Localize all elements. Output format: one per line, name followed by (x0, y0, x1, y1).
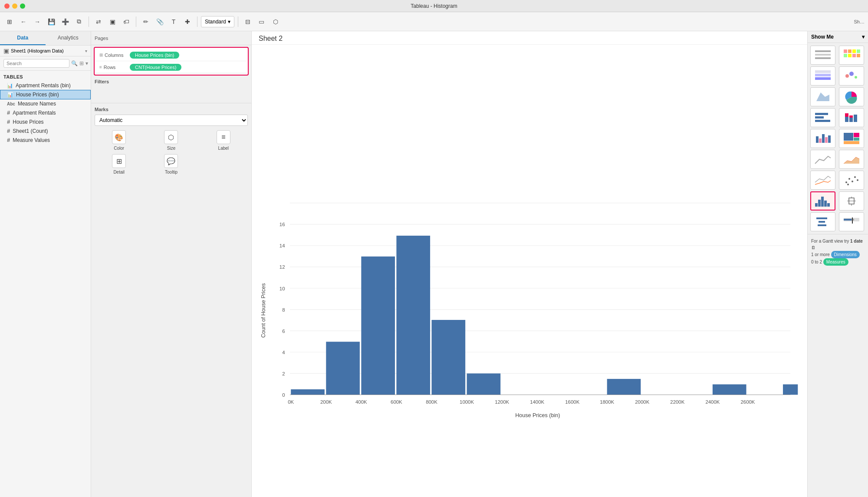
svg-rect-43 (852, 54, 856, 57)
swap-button[interactable]: ⇄ (92, 16, 105, 28)
bar-1800k[interactable] (607, 379, 641, 395)
bar-200k[interactable] (326, 342, 360, 395)
undo-button[interactable]: ← (17, 16, 30, 28)
marks-detail[interactable]: ⊞ Detail (95, 154, 143, 174)
marks-label[interactable]: ≡ Label (199, 130, 248, 151)
showme-scatter[interactable] (839, 171, 864, 190)
duplicate-button[interactable]: ⧉ (73, 16, 85, 28)
svg-rect-77 (821, 197, 824, 207)
annotate-button[interactable]: 📎 (154, 16, 166, 28)
marks-color[interactable]: 🎨 Color (95, 130, 143, 151)
rows-label: ≡ Rows (99, 65, 130, 70)
grid-icon[interactable]: ⊞ (79, 60, 84, 66)
save-button[interactable]: 💾 (45, 16, 57, 28)
table-apartment-rentals-bin[interactable]: 📊 Apartment Rentals (bin) (0, 81, 91, 90)
showme-line-chart[interactable] (810, 150, 835, 169)
svg-text:1200K: 1200K (495, 399, 509, 405)
svg-rect-42 (848, 54, 852, 57)
svg-rect-45 (815, 70, 831, 73)
field-sheet1-count[interactable]: # Sheet1 (Count) (0, 126, 91, 135)
showme-pie-chart[interactable] (839, 87, 864, 106)
add-button[interactable]: ➕ (59, 16, 71, 28)
showme-area-chart[interactable] (839, 150, 864, 169)
search-input[interactable] (3, 59, 69, 68)
svg-text:1800K: 1800K (600, 399, 614, 405)
svg-text:800K: 800K (426, 399, 437, 405)
field-measure-values[interactable]: # Measure Values (0, 135, 91, 145)
showme-symbol-map[interactable] (839, 66, 864, 86)
window-controls[interactable] (4, 3, 25, 9)
marks-label: Marks (95, 107, 248, 112)
y-axis-title: Count of House Prices (260, 283, 266, 338)
filters-label: Filters (95, 79, 248, 84)
bar-600k[interactable] (396, 236, 430, 395)
group-button[interactable]: ▣ (106, 16, 118, 28)
datasource-options[interactable]: ▾ (85, 49, 87, 53)
paint-button[interactable]: ✏ (140, 16, 152, 28)
svg-point-70 (848, 178, 850, 180)
bar-2600k[interactable] (783, 384, 798, 395)
svg-rect-40 (857, 49, 860, 53)
svg-rect-85 (816, 217, 827, 219)
bar-0k[interactable] (291, 389, 325, 395)
showme-text-table[interactable] (810, 46, 835, 65)
minimize-button[interactable] (12, 3, 17, 9)
field-house-prices[interactable]: # House Prices (0, 117, 91, 126)
tab-analytics[interactable]: Analytics (46, 31, 91, 45)
label-button[interactable]: 🏷 (120, 16, 132, 28)
search-bar: 🔍 ⊞ ▾ (0, 56, 91, 71)
filter-icon[interactable]: ▾ (85, 60, 88, 66)
field-apartment-rentals[interactable]: # Apartment Rentals (0, 108, 91, 117)
showme-dual-line[interactable] (810, 171, 835, 190)
svg-point-72 (854, 176, 856, 178)
middle-panel: Pages ⊞ Columns House Prices (bin) ≡ Row… (91, 31, 252, 497)
svg-rect-65 (844, 133, 853, 141)
view-dropdown[interactable]: Standard ▾ (201, 16, 234, 27)
showme-stacked-bars[interactable] (839, 108, 864, 127)
showme-horizontal-bars[interactable] (810, 108, 835, 127)
showme-gantt[interactable] (810, 212, 835, 231)
hash-icon-1: # (7, 109, 10, 116)
table-house-prices-bin[interactable]: 📊 House Prices (bin) (0, 90, 91, 99)
app-body: Data Analytics ▣ Sheet1 (Histogram Data)… (0, 31, 868, 497)
abc-icon: Abc (7, 102, 15, 106)
showme-heat-map[interactable] (839, 46, 864, 65)
rows-pill[interactable]: CNT(House Prices) (130, 64, 181, 71)
bar-400k[interactable] (361, 257, 395, 395)
text-button[interactable]: T (168, 16, 180, 28)
redo-button[interactable]: → (31, 16, 43, 28)
showme-side-by-side[interactable] (810, 129, 835, 148)
showme-box-plot[interactable] (839, 191, 864, 211)
separator-3 (197, 16, 197, 27)
bar-800k[interactable] (431, 320, 465, 395)
maximize-button[interactable] (20, 3, 25, 9)
close-button[interactable] (4, 3, 10, 9)
presentation-button[interactable]: ▭ (256, 16, 268, 28)
data-source-row: ▣ Sheet1 (Histogram Data) ▾ (0, 46, 91, 56)
showme-bullet[interactable] (839, 212, 864, 231)
titlebar: Tableau - Histogram (0, 0, 868, 12)
hash-icon-4: # (7, 137, 10, 143)
tab-data[interactable]: Data (0, 31, 46, 45)
showme-highlight-table[interactable] (810, 66, 835, 86)
marks-type-dropdown[interactable]: Automatic (95, 115, 248, 126)
svg-point-71 (852, 181, 853, 182)
bar-1000k[interactable] (467, 373, 501, 395)
bar-2400k[interactable] (713, 384, 746, 395)
crosshair-button[interactable]: ✚ (181, 16, 194, 28)
home-button[interactable]: ⊞ (3, 16, 16, 28)
svg-rect-64 (828, 135, 831, 143)
marks-tooltip[interactable]: 💬 Tooltip (147, 154, 195, 174)
svg-text:2200K: 2200K (670, 399, 684, 405)
svg-rect-60 (816, 136, 819, 143)
panel-tabs: Data Analytics (0, 31, 91, 46)
showme-histogram[interactable] (810, 191, 835, 211)
field-measure-names[interactable]: Abc Measure Names (0, 99, 91, 108)
showme-filled-map[interactable] (810, 87, 835, 106)
marks-size[interactable]: ⬡ Size (147, 130, 195, 151)
columns-pill[interactable]: House Prices (bin) (130, 52, 179, 59)
fix-axes-button[interactable]: ⊟ (242, 16, 254, 28)
showme-treemap[interactable] (839, 129, 864, 148)
svg-text:0K: 0K (288, 399, 294, 405)
share-button[interactable]: ⬡ (270, 16, 282, 28)
